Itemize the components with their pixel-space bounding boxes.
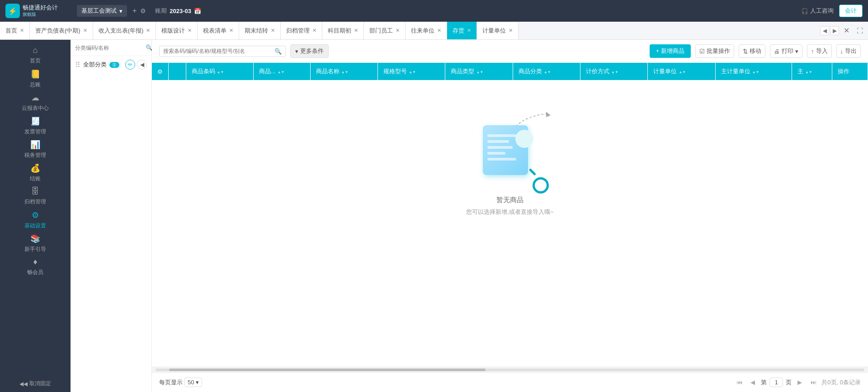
- print-button[interactable]: 🖨 打印 ▾: [770, 44, 802, 58]
- sidebar-item-云报表中心[interactable]: ☁云报表中心: [3, 90, 68, 114]
- move-button[interactable]: ⇅ 移动: [739, 44, 765, 58]
- tab-item[interactable]: 部门员工✕: [364, 22, 406, 40]
- tab-close-icon[interactable]: ✕: [509, 28, 513, 33]
- category-actions: ✏ ◀: [125, 60, 147, 70]
- sidebar-item-首页[interactable]: ⌂首页: [3, 43, 68, 67]
- col-header-checkbox: [169, 63, 186, 80]
- product-search-box[interactable]: 🔍: [159, 46, 286, 57]
- sort-arrows-icon: ▲▼: [409, 70, 416, 74]
- company-selector[interactable]: 基层工会测试 ▾: [77, 5, 127, 17]
- tab-item[interactable]: 存货✕: [447, 22, 477, 40]
- sidebar-item-总账[interactable]: 📒总账: [3, 67, 68, 90]
- col-header-spec[interactable]: 规格型号▲▼: [378, 63, 445, 80]
- close-all-tabs-button[interactable]: ✕: [840, 24, 853, 37]
- tab-item[interactable]: 计量单位✕: [477, 22, 519, 40]
- tab-next-button[interactable]: ▶: [830, 26, 839, 35]
- tab-close-icon[interactable]: ✕: [396, 28, 400, 33]
- sort-arrows-icon: ▲▼: [476, 70, 483, 74]
- tab-close-icon[interactable]: ✕: [271, 28, 275, 33]
- col-header-price_mode[interactable]: 计价方式▲▼: [580, 63, 648, 80]
- all-categories-item[interactable]: ⠿ 全部分类 ① ✏ ◀: [71, 56, 151, 73]
- scroll-track[interactable]: [156, 368, 864, 371]
- sidebar-item-结账[interactable]: 💰结账: [3, 161, 68, 184]
- sidebar-label: 基础设置: [24, 222, 46, 230]
- tab-close-icon[interactable]: ✕: [467, 28, 471, 33]
- product-search-input[interactable]: [163, 48, 272, 54]
- page-size-selector[interactable]: 每页显示 50 ▾: [159, 378, 202, 387]
- tab-item[interactable]: 资产负债表(中期)✕: [30, 22, 93, 40]
- tab-item[interactable]: 期末结转✕: [239, 22, 281, 40]
- page-number-input[interactable]: 1: [769, 378, 783, 387]
- col-header-barcode[interactable]: 商品条码▲▼: [186, 63, 253, 80]
- tab-close-icon[interactable]: ✕: [437, 28, 441, 33]
- collapse-panel-button[interactable]: ◀: [137, 60, 147, 70]
- tab-item[interactable]: 首页✕: [0, 22, 30, 40]
- edit-category-button[interactable]: ✏: [125, 60, 135, 70]
- sidebar-item-归档管理[interactable]: 🗄归档管理: [3, 184, 68, 208]
- col-header-code[interactable]: 商品...▲▼: [253, 63, 310, 80]
- expand-icon[interactable]: ⛶: [854, 24, 866, 37]
- search-icon[interactable]: 🔍: [274, 48, 282, 55]
- settings-icon[interactable]: ⚙: [140, 7, 146, 14]
- export-button[interactable]: ↓ 导出: [836, 44, 861, 58]
- right-panel: 🔍 ▾ 更多条件 + 新增商品 ☑ 批量操作 ⇅ 移动: [152, 40, 868, 392]
- tab-close-icon[interactable]: ✕: [146, 28, 150, 33]
- content-area: 🔍 ⠿ 全部分类 ① ✏ ◀ 🔍: [71, 40, 868, 392]
- batch-operation-button[interactable]: ☑ 批量操作: [695, 44, 734, 58]
- sort-arrows-icon: ▲▼: [341, 70, 349, 74]
- sidebar-item-发票管理[interactable]: 🧾发票管理: [3, 114, 68, 137]
- sort-arrows-icon: ▲▼: [611, 70, 618, 74]
- col-header-main_unit[interactable]: 主计量单位▲▼: [715, 63, 792, 80]
- calendar-icon[interactable]: 📅: [194, 8, 201, 14]
- sidebar-item-畅会员[interactable]: ♦畅会员: [3, 255, 68, 279]
- scroll-bar[interactable]: [152, 367, 868, 372]
- total-info: 共0页, 0条记录: [821, 378, 861, 387]
- sidebar-label: 总账: [30, 81, 41, 89]
- sidebar-icon: 💰: [30, 163, 40, 173]
- human-service-button[interactable]: 🎧 人工咨询: [801, 7, 834, 15]
- tab-item[interactable]: 收入支出表(年报)✕: [93, 22, 156, 40]
- tab-close-icon[interactable]: ✕: [188, 28, 192, 33]
- app-name: 畅捷通好会计 旗舰版: [23, 4, 58, 18]
- sidebar-item-税务管理[interactable]: 📊税务管理: [3, 137, 68, 161]
- period-area: 账期 2023-03 📅: [155, 7, 201, 15]
- first-page-button[interactable]: ⏮: [734, 377, 745, 388]
- tab-close-icon[interactable]: ✕: [20, 28, 24, 33]
- tab-item[interactable]: 税表清单✕: [198, 22, 239, 40]
- filter-button[interactable]: ▾ 更多条件: [290, 44, 329, 58]
- tab-close-icon[interactable]: ✕: [229, 28, 233, 33]
- dropdown-arrow-icon: ▾: [196, 379, 199, 386]
- tab-item[interactable]: 往来单位✕: [406, 22, 447, 40]
- tab-close-icon[interactable]: ✕: [312, 28, 316, 33]
- last-page-button[interactable]: ⏭: [808, 377, 819, 388]
- col-header-unit[interactable]: 计量单位▲▼: [648, 63, 715, 80]
- tab-item[interactable]: 科目期初✕: [322, 22, 364, 40]
- col-header-col3[interactable]: 主▲▼: [792, 63, 832, 80]
- import-button[interactable]: ↑ 导入: [807, 44, 832, 58]
- tab-close-icon[interactable]: ✕: [83, 28, 87, 33]
- page-size-dropdown[interactable]: 50 ▾: [184, 378, 202, 387]
- sidebar-icon: ⚙: [32, 210, 39, 220]
- batch-icon: ☑: [699, 48, 705, 55]
- tab-close-icon[interactable]: ✕: [354, 28, 358, 33]
- col-header-type[interactable]: 商品类型▲▼: [445, 63, 513, 80]
- add-tab-button[interactable]: +: [132, 7, 137, 15]
- add-product-button[interactable]: + 新增商品: [650, 44, 691, 58]
- tab-item[interactable]: 模版设计✕: [156, 22, 198, 40]
- sidebar-icon: ♦: [33, 257, 37, 267]
- unpin-button[interactable]: ◀◀ 取消固定: [0, 375, 71, 392]
- main-layout: ⌂首页📒总账☁云报表中心🧾发票管理📊税务管理💰结账🗄归档管理⚙基础设置📚新手引导…: [0, 40, 868, 392]
- col-header-name[interactable]: 商品名称▲▼: [310, 63, 377, 80]
- prev-page-button[interactable]: ◀: [747, 377, 758, 388]
- sidebar-label: 首页: [30, 57, 41, 65]
- scroll-thumb[interactable]: [169, 368, 486, 371]
- sidebar-icon: 📊: [30, 140, 40, 150]
- tab-prev-button[interactable]: ◀: [820, 26, 829, 35]
- sidebar-item-新手引导[interactable]: 📚新手引导: [3, 231, 68, 255]
- sidebar-item-基础设置[interactable]: ⚙基础设置: [3, 208, 68, 231]
- col-header-category[interactable]: 商品分类▲▼: [513, 63, 580, 80]
- category-search-input[interactable]: [75, 45, 143, 51]
- kuaiji-button[interactable]: 会计: [839, 5, 863, 17]
- next-page-button[interactable]: ▶: [794, 377, 805, 388]
- tab-item[interactable]: 归档管理✕: [281, 22, 322, 40]
